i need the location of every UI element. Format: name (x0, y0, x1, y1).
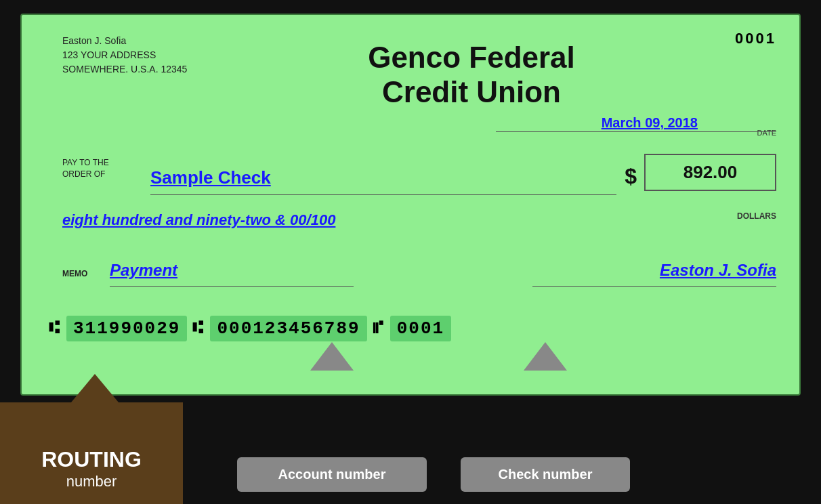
amount-value: 892.00 (683, 162, 738, 183)
bottom-section: ROUTING number Account number Check numb… (0, 402, 821, 504)
micr-check-number: 0001 (390, 316, 451, 341)
address-line2: SOMEWHERE. U.S.A. 12345 (62, 64, 187, 75)
check-number-arrow (524, 342, 567, 371)
check-number-label: Check number (461, 457, 630, 492)
memo-label: MEMO (62, 269, 87, 278)
bank-name: Genco Federal Credit Union (279, 41, 664, 109)
micr-routing-symbol-right: ⑆ (192, 318, 205, 339)
account-number-label: Account number (237, 457, 427, 492)
micr-routing-symbol-left: ⑆ (49, 318, 61, 339)
date-label: DATE (757, 129, 776, 137)
payee-name: Sample Check (150, 167, 271, 188)
micr-check-symbol: ⑈ (373, 318, 385, 339)
routing-small-text: number (41, 473, 142, 490)
account-number-block: Account number (237, 457, 427, 492)
micr-line: ⑆ 311990029 ⑆ 000123456789 ⑈ 0001 (49, 316, 772, 341)
amount-box: 892.00 (644, 154, 776, 191)
routing-arrow (71, 374, 119, 402)
routing-label: ROUTING number (41, 446, 142, 490)
signature-value: Easton J. Sofia (660, 261, 776, 280)
check-date: March 09, 2018 (602, 115, 698, 131)
check-body: 0001 Easton J. Sofia 123 YOUR ADDRESS SO… (20, 14, 801, 396)
check-number-top: 0001 (735, 30, 776, 47)
account-arrow (310, 342, 354, 371)
date-underline (496, 131, 776, 132)
dollar-sign: $ (625, 164, 637, 189)
payee-line (150, 194, 616, 195)
pay-to-label: PAY TO THE ORDER OF (62, 157, 109, 180)
account-holder-name: Easton J. Sofia (62, 35, 126, 46)
check-number-block: Check number (461, 457, 630, 492)
check-address: Easton J. Sofia 123 YOUR ADDRESS SOMEWHE… (62, 34, 187, 77)
written-amount: eight hundred and ninety-two & 00/100 (62, 211, 335, 229)
address-line1: 123 YOUR ADDRESS (62, 49, 156, 60)
routing-block: ROUTING number (0, 402, 183, 504)
signature-line (532, 286, 776, 287)
micr-account-number: 000123456789 (210, 316, 366, 341)
routing-big-text: ROUTING (41, 446, 142, 472)
micr-routing-number: 311990029 (66, 316, 187, 341)
memo-line (110, 286, 354, 287)
dollars-label: DOLLARS (737, 211, 776, 221)
memo-value: Payment (110, 261, 177, 280)
